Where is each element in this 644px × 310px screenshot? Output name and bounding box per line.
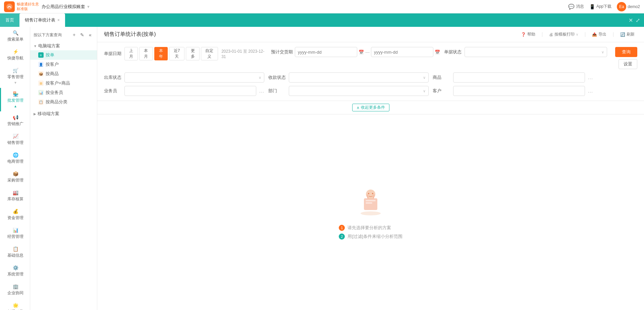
date-btn-last-month[interactable]: 上月	[124, 47, 138, 60]
workspace-selector[interactable]: 办公用品行业模拟账套 ▼	[42, 4, 90, 10]
expected-date-end[interactable]	[371, 47, 433, 57]
expected-date-label: 预计交货期	[271, 49, 293, 55]
salesman-filter-label: 业务员	[104, 88, 122, 94]
topbar: 畅捷通好生意 标准版 办公用品行业模拟账套 ▼ 💬 消息 📱 App下载 Ea …	[0, 0, 644, 13]
app-download-btn[interactable]: 📱 App下载	[589, 4, 611, 9]
topbar-left: 畅捷通好生意 标准版 办公用品行业模拟账套 ▼	[4, 1, 90, 12]
sidebar-item-search[interactable]: 🔍 搜索菜单	[0, 27, 30, 46]
scheme-group-mobile-header[interactable]: ▶ 移动端方案	[30, 109, 97, 118]
status-select[interactable]: ∨	[465, 47, 607, 57]
collapse-bar: ∧ 收起更多条件	[97, 101, 644, 114]
help-label: 帮助	[527, 32, 535, 37]
sidebar-item-base[interactable]: 📋 基础信息	[0, 243, 30, 262]
scheme-group-mobile-arrow-icon: ▶	[34, 112, 36, 116]
expected-date-calendar1-icon[interactable]: 📅	[359, 50, 364, 55]
date-btn-this-month[interactable]: 本月	[139, 47, 153, 60]
scheme-salesman-label: 按业务员	[46, 90, 63, 96]
payment-filter-group: 收款状态 ∨	[268, 72, 429, 83]
sidebar-item-ops[interactable]: 📊 经营管理	[0, 224, 30, 243]
scheme-group-pc-header[interactable]: ▼ 电脑端方案	[30, 42, 97, 50]
status-filter-group: 单据状态 ∨	[444, 47, 607, 57]
collapse-btn[interactable]: ∧ 收起更多条件	[352, 104, 389, 111]
window-maximize-btn[interactable]: ⤢	[636, 17, 640, 23]
help-btn[interactable]: ❓ 帮助	[518, 30, 538, 39]
sidebar-item-inventory[interactable]: 🏭 库存核算	[0, 187, 30, 205]
export-btn[interactable]: 📤 导出	[589, 30, 609, 39]
scheme-group-mobile: ▶ 移动端方案	[30, 108, 97, 119]
date-btn-custom[interactable]: 自定义	[201, 47, 218, 60]
product-more-icon[interactable]: …	[588, 74, 593, 81]
sidebar-item-ecommerce[interactable]: 🌐 电商管理	[0, 149, 30, 168]
expected-date-start[interactable]	[295, 47, 357, 57]
page-header: 销售订单统计表(按单) ❓ 帮助 🖨 按模板打印 ∨ 📤	[97, 27, 644, 42]
scheme-item-cust-prod[interactable]: ⊞ 按客户+商品	[30, 79, 97, 88]
tab-home-label: 首页	[5, 17, 14, 23]
payment-select[interactable]: ∨	[289, 72, 429, 83]
print-arrow-icon: ∨	[576, 33, 578, 36]
filter-area: 单据日期 上月 本月 本年 近7天 更多 自定义 2023-01-01 至 20…	[97, 42, 644, 101]
scheme-item-product[interactable]: 📦 按商品	[30, 69, 97, 79]
filter-row3: 业务员 … 部门 ∨ 客户 …	[104, 86, 637, 96]
nav-tab-end: ✕ ⤢	[629, 17, 644, 23]
message-btn[interactable]: 💬 消息	[568, 4, 584, 10]
scheme-item-order[interactable]: ≡ 按单	[30, 50, 97, 60]
sidebar-item-finance[interactable]: 💰 资金管理	[0, 205, 30, 224]
salesman-more-icon[interactable]: …	[259, 88, 264, 94]
avatar: Ea	[617, 2, 626, 11]
tab-sales-order[interactable]: 销售订单统计表 ×	[19, 13, 65, 27]
status-filter-label: 单据状态	[444, 49, 463, 55]
message-label: 消息	[576, 4, 584, 9]
divider1	[542, 32, 542, 37]
retail-arrow-icon: ▼	[14, 81, 17, 85]
scheme-item-customer[interactable]: 👤 按客户	[30, 60, 97, 69]
set-button[interactable]: 设置	[619, 59, 637, 69]
sidebar-item-wholesale[interactable]: 🏪 批发管理 ▲	[0, 88, 30, 111]
refresh-btn[interactable]: 🔄 刷新	[618, 30, 637, 39]
date-btn-this-year[interactable]: 本年	[154, 47, 168, 60]
date-btn-last7[interactable]: 近7天	[169, 47, 185, 60]
tab-close-btn[interactable]: ×	[57, 18, 60, 22]
tab-home[interactable]: 首页	[0, 13, 19, 27]
product-input[interactable]	[453, 72, 585, 83]
customer-input[interactable]	[453, 86, 585, 96]
sidebar-item-enterprise[interactable]: 🏢 企业协同	[0, 280, 30, 299]
refresh-icon: 🔄	[620, 32, 625, 37]
app-download-icon: 📱	[589, 4, 595, 9]
dept-filter-label: 部门	[268, 88, 287, 94]
sidebar-purchase-label: 采购管理	[7, 177, 23, 183]
scheme-item-category[interactable]: 📋 按商品分类	[30, 97, 97, 107]
scheme-edit-btn[interactable]: ✎	[79, 32, 86, 38]
delivery-select[interactable]: ∨	[124, 72, 264, 83]
purchase-icon: 📦	[13, 171, 18, 176]
expected-date-calendar2-icon[interactable]: 📅	[435, 50, 440, 55]
sidebar-item-sales[interactable]: 📈 销售管理	[0, 130, 30, 149]
sidebar-base-label: 基础信息	[7, 253, 23, 258]
sidebar-item-system[interactable]: ⚙️ 系统管理	[0, 262, 30, 280]
customer-more-icon[interactable]: …	[588, 88, 593, 94]
sidebar-item-retail[interactable]: 🛒 零售管理 ▼	[0, 64, 30, 88]
scheme-product-label: 按商品	[46, 71, 59, 77]
sales-icon: 📈	[13, 134, 18, 139]
query-button[interactable]: 查询	[615, 47, 637, 57]
date-btn-more[interactable]: 更多	[186, 47, 199, 60]
inventory-icon: 🏭	[13, 190, 18, 195]
user-area[interactable]: Ea demo2	[617, 2, 640, 11]
message-icon: 💬	[568, 4, 575, 10]
sidebar-item-quicknav[interactable]: ⚡ 快捷导航	[0, 46, 30, 64]
date-dash: —	[365, 50, 370, 55]
export-icon: 📤	[592, 32, 597, 37]
scheme-cust-prod-icon: ⊞	[38, 81, 44, 86]
scheme-add-btn[interactable]: ＋	[71, 32, 77, 38]
sidebar-item-purchase[interactable]: 📦 采购管理	[0, 168, 30, 187]
sidebar-item-marketing[interactable]: 📢 营销推广	[0, 111, 30, 130]
sidebar-item-newuser[interactable]: 🌟 新手引导	[0, 299, 30, 310]
scheme-item-salesman[interactable]: 📊 按业务员	[30, 88, 97, 97]
avatar-initial: Ea	[619, 4, 624, 9]
window-close-btn[interactable]: ✕	[629, 17, 633, 23]
print-btn[interactable]: 🖨 按模板打印 ∨	[546, 30, 581, 39]
sidebar: 🔍 搜索菜单 ⚡ 快捷导航 🛒 零售管理 ▼ 🏪 批发管理 ▲ 📢 营销推广 📈…	[0, 27, 30, 310]
scheme-collapse-btn[interactable]: «	[87, 32, 94, 38]
dept-select[interactable]: ∨	[289, 86, 429, 96]
logo-text: 畅捷通好生意 标准版	[17, 2, 39, 11]
salesman-input[interactable]	[124, 86, 256, 96]
